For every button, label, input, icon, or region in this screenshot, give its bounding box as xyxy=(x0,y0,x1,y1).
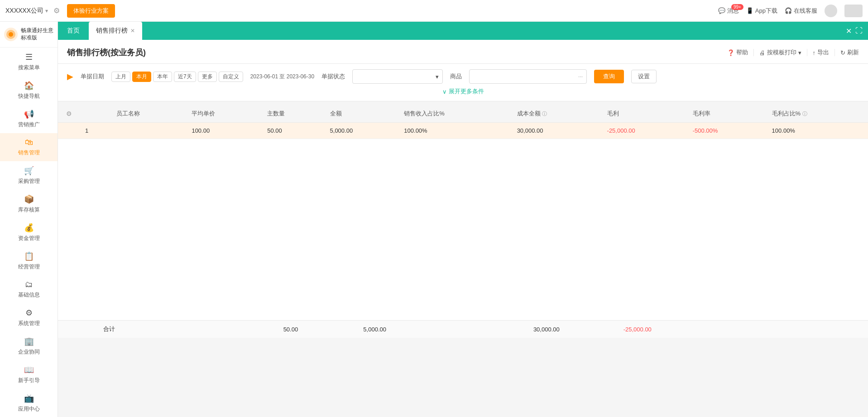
footer-gross-cell: -25,000.00 xyxy=(618,321,708,338)
goods-more-icon: ··· xyxy=(578,73,583,80)
goods-input[interactable]: ··· xyxy=(469,69,587,84)
print-button[interactable]: 🖨 按模板打印 ▾ xyxy=(759,48,801,57)
sidebar-label-search: 搜索菜单 xyxy=(18,64,40,72)
tab-sales-rank[interactable]: 销售排行榜 ✕ xyxy=(89,22,142,40)
table-row: 1 100.00 50.00 5,000.00 100.00% 30,000.0… xyxy=(58,123,868,139)
filter-row: ▶ 单据日期 上月 本月 本年 近7天 更多 自定义 2023-06-01 至 … xyxy=(67,69,859,84)
col-gross-rate: 毛利率 xyxy=(687,105,767,123)
cell-sales-pct: 100.00% xyxy=(398,123,511,139)
page-content: 销售排行榜(按业务员) ❓ 帮助 🖨 按模板打印 ▾ ↑ xyxy=(58,40,868,417)
help-button[interactable]: ❓ 帮助 xyxy=(727,48,748,57)
tab-home[interactable]: 首页 xyxy=(58,22,89,40)
company-selector[interactable]: XXXXXX公司 ▾ xyxy=(5,7,48,15)
footer-grosspct-cell xyxy=(788,321,868,338)
col-gross-pct: 毛利占比% ⓘ xyxy=(767,105,868,123)
tab-home-label: 首页 xyxy=(67,27,80,35)
sidebar-item-purchase[interactable]: 🛒 采购管理 xyxy=(0,161,58,190)
sidebar-label-inventory: 库存核算 xyxy=(18,206,40,214)
app-label: App下载 xyxy=(755,7,777,15)
page-actions: ❓ 帮助 🖨 按模板打印 ▾ ↑ 导出 xyxy=(727,48,859,57)
date-btn-more[interactable]: 更多 xyxy=(198,72,217,82)
cell-name xyxy=(111,123,187,139)
footer-row: 合计 50.00 5,000.00 30,000.00 -25,000.00 xyxy=(58,321,868,338)
export-button[interactable]: ↑ 导出 xyxy=(813,48,830,57)
date-btn-this-month[interactable]: 本月 xyxy=(132,72,151,82)
tab-sales-rank-label: 销售排行榜 xyxy=(96,27,128,35)
tab-bar: 首页 销售排行榜 ✕ ✕ ⛶ xyxy=(58,22,868,40)
sidebar-item-enterprise[interactable]: 🏢 企业协同 xyxy=(0,332,58,360)
sidebar-item-marketing[interactable]: 📢 营销推广 xyxy=(0,105,58,133)
refresh-button[interactable]: ↻ 刷新 xyxy=(840,48,859,57)
sidebar-label-guide: 新手引导 xyxy=(18,377,40,384)
sidebar-label-enterprise: 企业协同 xyxy=(18,348,40,356)
sidebar-item-inventory[interactable]: 📦 库存核算 xyxy=(0,190,58,218)
cell-settings xyxy=(58,123,80,139)
trial-button[interactable]: 体验行业方案 xyxy=(67,4,115,18)
app-center-icon: 📺 xyxy=(24,393,34,403)
sidebar-item-search-order[interactable]: ☰ 搜索菜单 xyxy=(0,48,58,76)
tab-expand-icon[interactable]: ⛶ xyxy=(855,27,863,35)
purchase-icon: 🛒 xyxy=(24,166,34,176)
sidebar-item-app-center[interactable]: 📺 应用中心 xyxy=(0,389,58,417)
date-btn-this-year[interactable]: 本年 xyxy=(153,72,172,82)
sidebar-item-finance[interactable]: 💰 资金管理 xyxy=(0,218,58,247)
expand-conditions-button[interactable]: ∨ 展开更多条件 xyxy=(442,87,484,96)
col-name: 员工名称 xyxy=(111,105,187,123)
finance-icon: 💰 xyxy=(24,223,34,233)
sidebar-item-basic-info[interactable]: 🗂 基础信息 xyxy=(0,275,58,303)
print-icon: 🖨 xyxy=(759,49,765,56)
status-select[interactable]: ▾ xyxy=(352,69,443,84)
cost-help-icon[interactable]: ⓘ xyxy=(542,111,547,116)
avatar[interactable] xyxy=(825,5,837,17)
logo-line2: 标准版 xyxy=(21,34,53,42)
basic-info-icon: 🗂 xyxy=(25,280,33,289)
system-icon: ⚙ xyxy=(25,308,33,318)
company-dropdown-arrow: ▾ xyxy=(45,8,48,14)
footer-salespct-cell xyxy=(438,321,528,338)
app-download-button[interactable]: 📱 App下载 xyxy=(746,7,777,15)
home-icon: 🏠 xyxy=(24,81,34,91)
tab-bar-right: ✕ ⛶ xyxy=(846,27,868,35)
sidebar-item-sales[interactable]: 🛍 销售管理 xyxy=(0,133,58,161)
filter-collapse-icon[interactable]: ▶ xyxy=(67,72,73,81)
col-settings-icon[interactable]: ⚙ xyxy=(66,110,72,117)
guide-icon: 📖 xyxy=(24,365,34,375)
query-button[interactable]: 查询 xyxy=(594,70,624,83)
sidebar-item-operation[interactable]: 📋 经营管理 xyxy=(0,247,58,275)
footer-settings-cell xyxy=(58,321,80,338)
col-amount: 全额 xyxy=(325,105,399,123)
gross-pct-help-icon[interactable]: ⓘ xyxy=(802,111,807,116)
content-area: 首页 销售排行榜 ✕ ✕ ⛶ 销售排行榜(按业务员) ❓ 帮助 xyxy=(58,22,868,417)
status-filter-label: 单据状态 xyxy=(321,72,345,81)
sidebar-label-sales: 销售管理 xyxy=(18,149,40,157)
footer-label-cell: 合计 xyxy=(98,321,198,338)
online-label: 在线客服 xyxy=(794,7,817,15)
data-table: ⚙ 员工名称 平均单价 主数量 全额 销售收入占比% 成本全额 ⓘ xyxy=(58,105,868,139)
tab-close-icon[interactable]: ✕ xyxy=(130,28,135,34)
settings-button[interactable]: 设置 xyxy=(631,70,657,83)
date-btn-7days[interactable]: 近7天 xyxy=(174,72,196,82)
operation-icon: 📋 xyxy=(24,251,34,261)
refresh-icon: ↻ xyxy=(840,49,845,56)
table-footer: 合计 50.00 5,000.00 30,000.00 -25,000.00 xyxy=(58,320,868,338)
status-dropdown-icon: ▾ xyxy=(436,73,439,80)
filter-area: ▶ 单据日期 上月 本月 本年 近7天 更多 自定义 2023-06-01 至 … xyxy=(58,64,868,101)
message-icon: 💬 xyxy=(718,7,725,14)
col-settings[interactable]: ⚙ xyxy=(58,105,80,123)
tab-minimize-icon[interactable]: ✕ xyxy=(846,27,852,35)
topbar-settings-icon[interactable]: ⚙ xyxy=(53,6,60,15)
date-btn-last-month[interactable]: 上月 xyxy=(111,72,130,82)
date-btn-custom[interactable]: 自定义 xyxy=(219,72,243,82)
online-service-button[interactable]: 🎧 在线客服 xyxy=(785,7,817,15)
col-cost: 成本全额 ⓘ xyxy=(512,105,602,123)
sidebar-item-system[interactable]: ⚙ 系统管理 xyxy=(0,303,58,332)
sidebar-item-guide[interactable]: 📖 新手引导 xyxy=(0,360,58,389)
sidebar-label-operation: 经营管理 xyxy=(18,263,40,271)
message-button[interactable]: 💬 消息 99+ xyxy=(718,7,739,15)
sidebar-item-quick-nav[interactable]: 🏠 快捷导航 xyxy=(0,76,58,105)
print-dropdown-icon: ▾ xyxy=(798,49,801,56)
svg-point-2 xyxy=(9,32,13,37)
date-filter-label: 单据日期 xyxy=(81,72,104,81)
footer-grossrate-cell xyxy=(708,321,788,338)
inventory-icon: 📦 xyxy=(24,194,34,204)
